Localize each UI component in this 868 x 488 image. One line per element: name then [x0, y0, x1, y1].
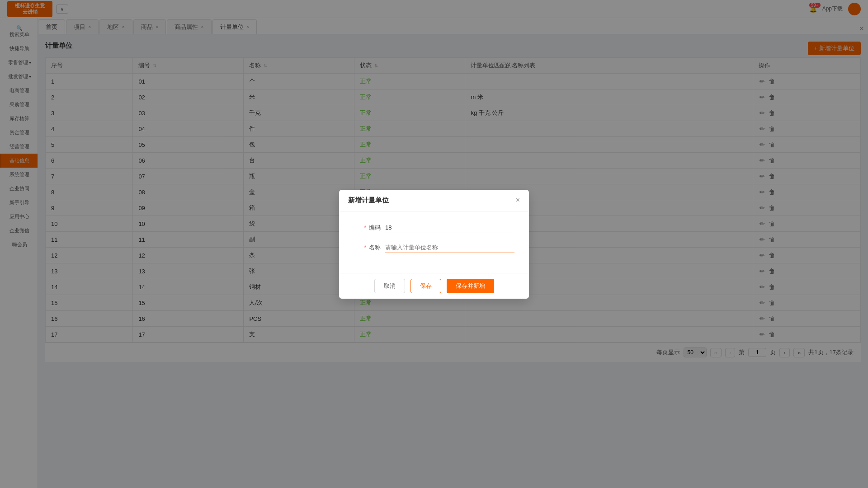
cancel-button[interactable]: 取消: [374, 279, 405, 293]
code-label: * 编码: [354, 224, 381, 232]
save-button[interactable]: 保存: [410, 279, 441, 293]
required-mark-name: *: [364, 244, 366, 251]
form-row-name: * 名称: [354, 242, 514, 253]
name-label: * 名称: [354, 244, 381, 252]
required-mark: *: [364, 224, 366, 231]
add-unit-modal: 新增计量单位 × * 编码 * 名称 取消 保存 保存并新增: [339, 190, 529, 299]
form-row-code: * 编码: [354, 222, 514, 233]
name-input[interactable]: [385, 242, 514, 253]
modal-header: 新增计量单位 ×: [339, 190, 529, 211]
modal-body: * 编码 * 名称: [339, 211, 529, 273]
save-and-new-button[interactable]: 保存并新增: [447, 279, 494, 293]
modal-overlay: 新增计量单位 × * 编码 * 名称 取消 保存 保存并新增: [0, 0, 868, 488]
modal-title: 新增计量单位: [348, 196, 389, 205]
modal-footer: 取消 保存 保存并新增: [339, 273, 529, 299]
code-input[interactable]: [385, 222, 514, 233]
modal-close-button[interactable]: ×: [516, 196, 520, 204]
